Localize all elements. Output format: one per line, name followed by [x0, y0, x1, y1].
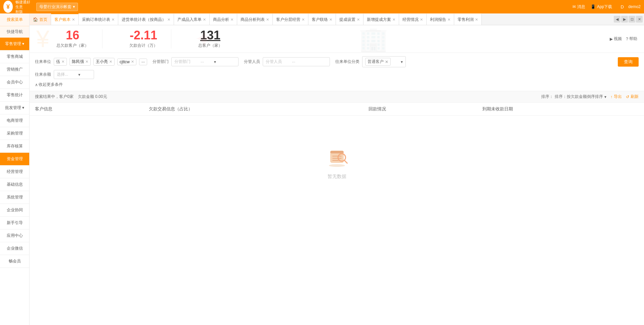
export-button[interactable]: ↑ 导出 — [610, 94, 622, 100]
filter-tag-chen[interactable]: 陈民强 ✕ — [70, 58, 91, 66]
tab-home[interactable]: 🏠 首页 — [30, 13, 51, 25]
tab-arrows: ◀ ▶ ⊡ ✕ — [612, 16, 644, 23]
sidebar-item-retail-mgmt[interactable]: 零售管理 ▾ — [0, 38, 29, 50]
video-link[interactable]: ▶ 视频 — [610, 36, 622, 42]
tab-profit-report[interactable]: 利润报告 ✕ — [427, 13, 454, 25]
tab-menu-arrow[interactable]: ⊡ — [629, 16, 635, 23]
sidebar-item-basic-info[interactable]: 基础信息 — [0, 178, 29, 191]
sidebar-item-inventory-check[interactable]: 库存核算 — [0, 140, 29, 153]
collapse-icon: ∧ — [35, 82, 38, 87]
tab-new-promotion[interactable]: 新增提成方案 ✕ — [363, 13, 399, 25]
tab-close-purchase-orders[interactable]: ✕ — [112, 17, 115, 22]
filter-tag-wu[interactable]: 伍 ✕ — [54, 58, 67, 66]
sidebar-quick-nav[interactable]: 快捷导航 — [0, 26, 29, 38]
empty-state: 暂无数据 — [30, 116, 644, 207]
app-download-button[interactable]: 📱 App下载 — [591, 4, 612, 10]
tab-close-business-status[interactable]: ✕ — [420, 17, 423, 22]
tag-close-chen[interactable]: ✕ — [85, 60, 88, 64]
dept-chevron: ▾ — [214, 60, 216, 64]
sidebar-item-batch-mgmt[interactable]: 批发管理 ▾ — [0, 102, 29, 114]
question-icon: ? — [626, 37, 628, 41]
tab-goods-analysis-list[interactable]: 商品分析列表 ✕ — [237, 13, 273, 25]
sidebar-search[interactable]: 搜索菜单 — [0, 13, 29, 26]
sidebar-item-app-center[interactable]: 应用中心 — [0, 229, 29, 242]
tab-close-new-promotion[interactable]: ✕ — [392, 17, 395, 22]
sidebar-item-purchase-mgmt[interactable]: 采购管理 — [0, 127, 29, 140]
tab-close-customer-contact[interactable]: ✕ — [329, 17, 332, 22]
staff-select[interactable]: 分管人员 ··· — [263, 57, 330, 66]
tab-next-arrow[interactable]: ▶ — [621, 16, 628, 23]
sidebar-item-capital-mgmt[interactable]: 资金管理 — [0, 153, 29, 166]
tab-close-production-inbound[interactable]: ✕ — [203, 17, 206, 22]
tab-close-customer-tiering[interactable]: ✕ — [302, 17, 305, 22]
svg-rect-2 — [330, 151, 344, 153]
collapse-row: ∧ 收起更多条件 — [35, 82, 639, 87]
svg-point-0 — [329, 164, 345, 167]
filter-row-2: 往来余额 选择... ▾ — [35, 70, 639, 79]
tag-close-wang[interactable]: ✕ — [109, 60, 112, 64]
remain-select[interactable]: 选择... ▾ — [54, 70, 94, 79]
logo-area: ¥ 畅捷通好生意 标版 — [3, 0, 33, 14]
tab-close-promotion-settings[interactable]: ✕ — [357, 17, 360, 22]
staff-dots: ··· — [292, 60, 295, 64]
stat-bg-icon-3: 🏢 — [359, 25, 388, 53]
tag-close-wu[interactable]: ✕ — [61, 60, 65, 64]
sidebar-item-enterprise-wechat[interactable]: 企业微信 — [0, 242, 29, 255]
filter-tag-more[interactable]: ··· — [139, 59, 147, 65]
tab-prev-arrow[interactable]: ◀ — [614, 16, 620, 23]
tab-production-inbound[interactable]: 产成品入库单 ✕ — [174, 13, 210, 25]
sort-select[interactable]: 排序： 排序：按欠款金额倒序排序 ▾ — [541, 94, 606, 100]
collapse-button[interactable]: ∧ 收起更多条件 — [35, 82, 639, 87]
stat-clients-label: 总客户（家） — [198, 43, 222, 48]
user-avatar-button[interactable]: D demo2 — [617, 2, 641, 11]
sort-chevron: ▾ — [604, 95, 606, 99]
sidebar-item-enterprise-collab[interactable]: 企业协同 — [0, 204, 29, 217]
logo-text: 畅捷通好生意 标版 — [15, 0, 33, 14]
account-dropdown[interactable]: 母婴行业演示帐套 ▾ — [36, 3, 78, 11]
refresh-button[interactable]: ↺ 刷新 — [626, 94, 639, 100]
tab-promotion-settings[interactable]: 提成设置 ✕ — [336, 13, 363, 25]
tab-customer-contact[interactable]: 客户联络 ✕ — [308, 13, 336, 25]
sidebar-item-ecommerce-mgmt[interactable]: 电商管理 — [0, 114, 29, 127]
category-tag-close[interactable]: ✕ — [385, 60, 388, 64]
tab-inbound-stats[interactable]: 进货单统计表（按商品） ✕ — [118, 13, 174, 25]
sidebar-item-member-center[interactable]: 会员中心 — [0, 76, 29, 89]
tab-close-goods-analysis-list[interactable]: ✕ — [266, 17, 269, 22]
data-table: 客户信息 欠款交易信息（占比） 回款情况 到期未收款日期 — [30, 103, 644, 116]
message-icon: ✉ — [572, 4, 576, 9]
category-select[interactable]: 普通客户 ✕ ▾ — [362, 56, 406, 67]
svg-line-7 — [344, 160, 347, 163]
sidebar-item-ops-mgmt[interactable]: 经营管理 — [0, 166, 29, 178]
tab-purchase-orders[interactable]: 采购订单统计表 ✕ — [79, 13, 118, 25]
filter-tag-wang[interactable]: 王小亮 ✕ — [93, 58, 115, 66]
content-area: ¥ ✦ 🏢 16 总欠款客户（家） -2.11 欠款合计（万） 131 总客户（… — [30, 25, 644, 325]
stat-total-customers: 16 总欠款客户（家） — [30, 29, 102, 48]
category-label: 往来单位分类 — [335, 59, 359, 65]
sidebar-item-marketing[interactable]: 营销推广 — [0, 63, 29, 76]
dept-select[interactable]: 分管部门 ··· ▾ — [171, 57, 239, 66]
tab-customer-tiering[interactable]: 客户分层经营 ✕ — [273, 13, 308, 25]
help-link[interactable]: ? 帮助 — [626, 36, 637, 42]
tab-retail-profit[interactable]: 零售利润 ✕ — [454, 13, 482, 25]
sidebar-item-retail-mall[interactable]: 零售商城 — [0, 50, 29, 63]
tab-close-all[interactable]: ✕ — [636, 16, 643, 23]
sidebar-item-system-mgmt[interactable]: 系统管理 — [0, 191, 29, 204]
message-button[interactable]: ✉ 消息 — [572, 4, 585, 10]
tab-business-status[interactable]: 经营情况 ✕ — [399, 13, 427, 25]
sidebar-item-retail-stats[interactable]: 零售统计 — [0, 89, 29, 102]
tab-close-accounts[interactable]: ✕ — [72, 17, 75, 22]
th-repayment: 回款情况 — [363, 103, 477, 116]
query-button[interactable]: 查询 — [618, 57, 639, 67]
tag-close-cjttcw[interactable]: ✕ — [131, 60, 134, 64]
sidebar-item-member-pro[interactable]: 畅会员 — [0, 255, 29, 268]
filter-tag-cjttcw[interactable]: cjttcw ✕ — [117, 59, 136, 65]
empty-icon — [324, 143, 350, 170]
tab-close-goods-analysis[interactable]: ✕ — [230, 17, 233, 22]
tab-goods-analysis[interactable]: 商品分析 ✕ — [210, 13, 237, 25]
sidebar-item-new-guide[interactable]: 新手引导 — [0, 217, 29, 229]
tab-close-profit-report[interactable]: ✕ — [447, 17, 450, 22]
tab-close-inbound-stats[interactable]: ✕ — [167, 17, 170, 22]
th-debt-info: 欠款交易信息（占比） — [143, 103, 363, 116]
tab-accounts[interactable]: 客户账本 ✕ — [51, 13, 79, 25]
tab-close-retail-profit[interactable]: ✕ — [475, 17, 478, 22]
